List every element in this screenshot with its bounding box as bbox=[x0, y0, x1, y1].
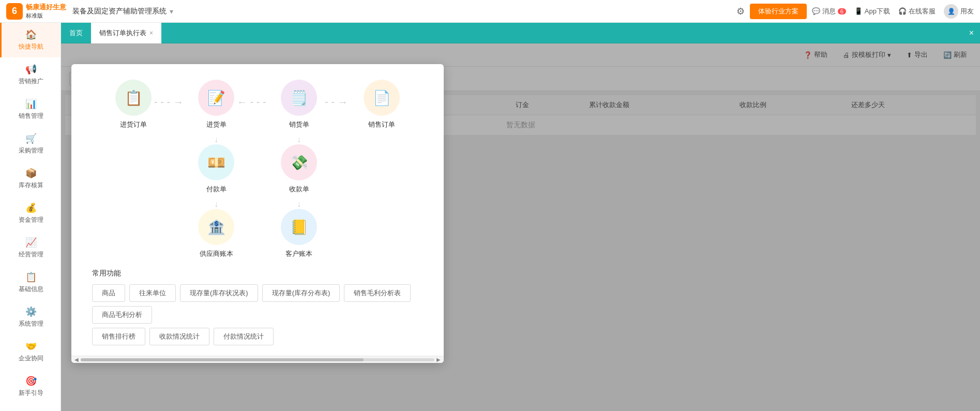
sidebar-item-sales[interactable]: 📊 销售管理 bbox=[0, 92, 61, 127]
payment-bill-icon[interactable]: 💴 bbox=[198, 144, 234, 180]
settings-icon[interactable]: ⚙ bbox=[736, 6, 745, 17]
tab-sales-order[interactable]: 销售订单执行表 × bbox=[91, 23, 161, 43]
system-title: 装备及固定资产辅助管理系统 ▾ bbox=[72, 7, 731, 16]
empty-r2c4 bbox=[340, 134, 423, 194]
purchase-order-icon[interactable]: 📋 bbox=[115, 80, 152, 116]
message-button[interactable]: 💬 消息 6 bbox=[812, 7, 846, 16]
scroll-track[interactable] bbox=[81, 358, 434, 361]
finance-icon: 💰 bbox=[25, 202, 37, 214]
message-icon: 💬 bbox=[812, 7, 820, 15]
supplier-ledger-icon[interactable]: 🏦 bbox=[198, 209, 234, 245]
inventory-icon: 📦 bbox=[25, 168, 37, 179]
purchase-icon: 🛒 bbox=[25, 133, 37, 144]
scroll-left-icon[interactable]: ◀ bbox=[74, 357, 79, 362]
empty-r3c1 bbox=[92, 199, 175, 258]
flow-col-customer: ↓ 📒 客户账本 bbox=[258, 199, 340, 258]
tab-home[interactable]: 首页 bbox=[61, 23, 91, 43]
scroll-right-icon[interactable]: ▶ bbox=[436, 357, 441, 362]
arrow-sales-order: - - → bbox=[325, 96, 348, 108]
arrow-down-payment: ↓ bbox=[214, 134, 218, 144]
func-btn-unit[interactable]: 往来单位 bbox=[129, 284, 176, 302]
sales-icon: 📊 bbox=[25, 98, 37, 110]
flow-col-payment: ↓ 💴 付款单 bbox=[175, 134, 258, 194]
sidebar: 🏠 快捷导航 📢 营销推广 📊 销售管理 🛒 采购管理 📦 库存核算 💰 bbox=[0, 23, 61, 411]
func-btn-sales-gross[interactable]: 销售毛利分析表 bbox=[344, 284, 411, 302]
func-btn-stock-status[interactable]: 现存量(库存状况表) bbox=[180, 284, 258, 302]
headset-icon: 🎧 bbox=[898, 7, 907, 15]
trial-button[interactable]: 体验行业方案 bbox=[750, 4, 807, 19]
func-btn-sales-rank[interactable]: 销售排行榜 bbox=[92, 328, 145, 345]
tab-bar-close-button[interactable]: × bbox=[963, 28, 980, 38]
sidebar-item-basic-info[interactable]: 📋 基础信息 bbox=[0, 265, 61, 300]
arrow-down-receipt: ↓ bbox=[297, 134, 301, 144]
modal-overlay: 📋 进货订单 - - - → 📝 进货单 bbox=[61, 43, 980, 411]
sidebar-item-marketing[interactable]: 📢 营销推广 bbox=[0, 57, 61, 92]
avatar: 👤 bbox=[944, 4, 958, 19]
system-icon: ⚙️ bbox=[25, 306, 37, 317]
sidebar-item-finance[interactable]: 💰 资金管理 bbox=[0, 196, 61, 231]
top-bar: 6 畅康通好生意 标准版 装备及固定资产辅助管理系统 ▾ ⚙ 体验行业方案 💬 … bbox=[0, 0, 980, 23]
flow-modal: 📋 进货订单 - - - → 📝 进货单 bbox=[71, 64, 444, 363]
flow-col-receipt: ↓ 💸 收款单 bbox=[258, 134, 340, 194]
func-btn-product-gross[interactable]: 商品毛利分析 bbox=[92, 306, 152, 324]
page-content: ❓ 帮助 🖨 按模板打印 ▾ ⬆ 导出 🔄 刷新 bbox=[61, 43, 980, 411]
func-btn-receipt-stats[interactable]: 收款情况统计 bbox=[149, 328, 209, 345]
top-right-area: 💬 消息 6 📱 App下载 🎧 在线客服 👤 用友 bbox=[812, 4, 974, 19]
modal-scrollbar[interactable]: ◀ ▶ bbox=[71, 356, 444, 363]
scroll-thumb[interactable] bbox=[81, 358, 364, 361]
tab-close-icon[interactable]: × bbox=[149, 29, 153, 37]
arrow-down-supplier: ↓ bbox=[214, 199, 218, 209]
app-download-button[interactable]: 📱 App下载 bbox=[854, 7, 890, 16]
newbie-icon: 🎯 bbox=[25, 375, 37, 387]
basic-info-icon: 📋 bbox=[25, 271, 37, 283]
sidebar-item-purchase[interactable]: 🛒 采购管理 bbox=[0, 127, 61, 161]
receipt-bill-icon[interactable]: 💸 bbox=[281, 144, 317, 180]
tab-bar: 首页 销售订单执行表 × × bbox=[61, 23, 980, 43]
arrow-sales: ← - - - bbox=[237, 96, 266, 108]
logo-text: 畅康通好生意 标准版 bbox=[26, 3, 66, 19]
operations-icon: 📈 bbox=[25, 237, 37, 248]
collaboration-icon: 🤝 bbox=[25, 341, 37, 352]
user-menu[interactable]: 👤 用友 bbox=[944, 4, 974, 19]
sales-order-icon[interactable]: 📄 bbox=[364, 80, 400, 116]
func-btn-payment-stats[interactable]: 付款情况统计 bbox=[214, 328, 274, 345]
purchase-bill-icon[interactable]: 📝 bbox=[198, 80, 234, 116]
arrow-purchase: - - - → bbox=[154, 96, 184, 108]
customer-ledger-icon[interactable]: 📒 bbox=[281, 209, 317, 245]
sidebar-item-inventory[interactable]: 📦 库存核算 bbox=[0, 161, 61, 196]
home-icon: 🏠 bbox=[25, 29, 37, 40]
sidebar-item-quick-nav[interactable]: 🏠 快捷导航 bbox=[0, 23, 61, 57]
sidebar-item-collaboration[interactable]: 🤝 企业协同 bbox=[0, 334, 61, 369]
logo-area: 6 畅康通好生意 标准版 bbox=[6, 3, 67, 20]
online-service-button[interactable]: 🎧 在线客服 bbox=[898, 7, 936, 16]
sales-bill-icon[interactable]: 🗒️ bbox=[281, 80, 317, 116]
flow-node-sales-order[interactable]: - - → 📄 销售订单 bbox=[340, 80, 423, 129]
content-area: 首页 销售订单执行表 × × ❓ 帮助 🖨 bbox=[61, 23, 980, 411]
arrow-down-customer: ↓ bbox=[297, 199, 301, 209]
func-buttons-row2: 销售排行榜 收款情况统计 付款情况统计 bbox=[92, 328, 423, 345]
system-dropdown-icon[interactable]: ▾ bbox=[170, 7, 173, 16]
marketing-icon: 📢 bbox=[25, 64, 37, 75]
flow-col-supplier: ↓ 🏦 供应商账本 bbox=[175, 199, 258, 258]
logo-icon: 6 bbox=[6, 3, 23, 20]
empty-r2c1 bbox=[92, 134, 175, 194]
common-title: 常用功能 bbox=[92, 269, 423, 278]
download-icon: 📱 bbox=[854, 7, 863, 15]
sidebar-item-newbie[interactable]: 🎯 新手引导 bbox=[0, 369, 61, 404]
modal-inner: 📋 进货订单 - - - → 📝 进货单 bbox=[71, 64, 444, 356]
sidebar-item-system[interactable]: ⚙️ 系统管理 bbox=[0, 300, 61, 334]
func-btn-stock-dist[interactable]: 现存量(库存分布表) bbox=[262, 284, 340, 302]
empty-r3c4 bbox=[340, 199, 423, 258]
flow-diagram: 📋 进货订单 - - - → 📝 进货单 bbox=[92, 80, 423, 258]
common-functions: 常用功能 商品 往来单位 现存量(库存状况表) 现存量(库存分布表) 销售毛利分… bbox=[92, 269, 423, 345]
func-btn-product[interactable]: 商品 bbox=[92, 284, 125, 302]
func-buttons-row1: 商品 往来单位 现存量(库存状况表) 现存量(库存分布表) 销售毛利分析表 商品… bbox=[92, 284, 423, 324]
sidebar-item-operations[interactable]: 📈 经营管理 bbox=[0, 231, 61, 265]
